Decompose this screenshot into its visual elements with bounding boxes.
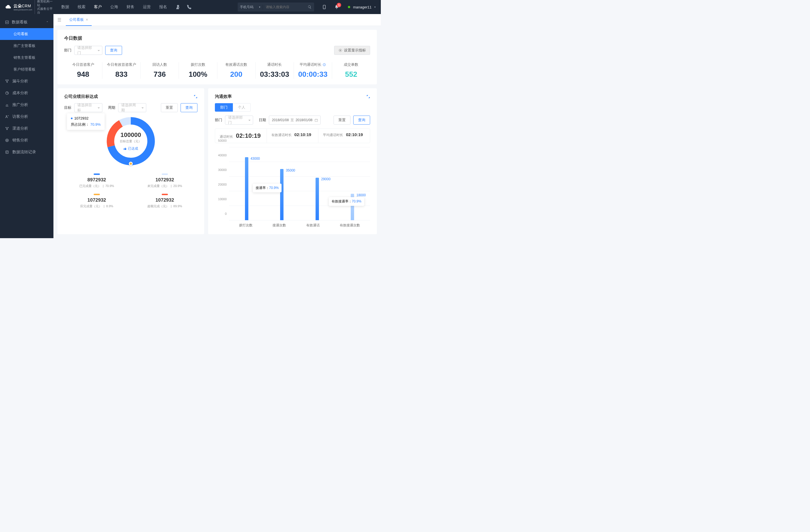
callout-effective-rate: 有效接通率：70.9% — [329, 197, 364, 206]
seg-personal[interactable]: 个人 — [233, 103, 250, 112]
nav-data[interactable]: 数据 — [61, 4, 69, 10]
tab-company-board[interactable]: 公司看板✕ — [66, 14, 92, 26]
bar: 43000 — [245, 157, 248, 220]
nav-signup[interactable]: 报名 — [159, 4, 167, 10]
tabs-menu-icon[interactable]: ☰ — [58, 17, 61, 22]
svg-point-5 — [6, 127, 6, 128]
phone-icon[interactable] — [187, 4, 192, 10]
eff-reset-button[interactable]: 重置 — [334, 116, 351, 124]
svg-point-11 — [340, 50, 341, 51]
nav-customers[interactable]: 客户 — [94, 4, 102, 10]
sidebar-sales[interactable]: 销售分析 — [0, 134, 53, 146]
sidebar-funnel[interactable]: 漏斗分析 — [0, 76, 53, 87]
sidebar: 数据看板 ⌃ 公司看板 推广主管看板 销售主管看板 客户经理看板 漏斗分析 成本… — [0, 14, 53, 238]
seg-dept[interactable]: 部门 — [215, 103, 233, 112]
today-card: 今日数据 部门 请选择部门 查询 设置显示指标 今日首咨客户948今日有效首咨客… — [58, 30, 377, 84]
sidebar-promo[interactable]: 推广分析 — [0, 99, 53, 111]
svg-rect-10 — [6, 151, 8, 153]
goal-card: 公司业绩目标达成 目标 请选择目标 周期 请选择周期 重置 查询 1072932 — [58, 88, 204, 234]
search-icon — [308, 5, 312, 9]
set-metrics-button[interactable]: 设置显示指标 — [334, 46, 370, 55]
stat-item: 拨打次数100% — [179, 62, 217, 79]
close-icon[interactable]: ✕ — [85, 18, 88, 22]
flow-icon — [5, 150, 9, 154]
content-area: ☰ 公司看板✕ 今日数据 部门 请选择部门 查询 设置显示指标 今日首咨客户94… — [53, 14, 381, 238]
add-user-icon[interactable] — [176, 4, 181, 10]
stat-item: 平均通话时长00:00:33 — [294, 62, 332, 79]
svg-point-9 — [6, 140, 8, 141]
sidebar-visitor[interactable]: 访客分析 — [0, 111, 53, 122]
dept-select[interactable]: 请选择部门 — [74, 46, 102, 55]
bell-icon[interactable]: 5 — [335, 4, 339, 10]
bar: 35000 — [280, 169, 284, 220]
status-dot — [348, 6, 350, 8]
sidebar-item-company[interactable]: 公司看板 — [0, 28, 53, 40]
svg-rect-16 — [315, 119, 318, 121]
sidebar-cost[interactable]: 成本分析 — [0, 87, 53, 99]
legend-item: 8972932已完成量（元） | 70.9% — [64, 173, 129, 188]
stat-item: 回访人数736 — [141, 62, 179, 79]
eff-dept-select[interactable]: 请选择部门 — [225, 116, 253, 124]
svg-point-8 — [6, 139, 9, 142]
sidebar-group-dashboard[interactable]: 数据看板 ⌃ — [0, 16, 53, 28]
visitor-icon — [5, 115, 9, 119]
sidebar-item-sales-lead[interactable]: 销售主管看板 — [0, 52, 53, 64]
legend-item: 1072932未完成量（元） | 20.9% — [132, 173, 197, 188]
efficiency-card: 沟通效率 部门 个人 部门 请选择部门 日期 2018/01/08至2018/0… — [208, 88, 377, 234]
goal-donut: 1072932 所占比例：70.9% 100000 — [64, 112, 197, 171]
cloud-icon — [5, 4, 11, 10]
search-button[interactable] — [305, 2, 314, 12]
bar: 29000 — [315, 178, 319, 220]
expand-icon[interactable] — [194, 95, 197, 98]
bar-chart: 01000020000300004000050000 4300035000290… — [215, 147, 370, 229]
sidebar-flow[interactable]: 数据流转记录 — [0, 146, 53, 158]
dashboard-icon — [5, 20, 9, 24]
query-button[interactable]: 查询 — [105, 46, 122, 55]
logo[interactable]: 云朵CRM www.yunduocrm.com 教育机构一站式服务云平台 — [5, 0, 53, 14]
nav-public[interactable]: 公海 — [110, 4, 118, 10]
svg-point-7 — [7, 129, 7, 130]
top-header: 云朵CRM www.yunduocrm.com 教育机构一站式服务云平台 数据 … — [0, 0, 381, 14]
donut-tooltip: 1072932 所占比例：70.9% — [67, 113, 104, 130]
search-type-select[interactable]: 手机号码▾ — [238, 5, 263, 10]
period-select[interactable]: 请选择周期 — [118, 103, 146, 112]
nav-leads[interactable]: 线索 — [78, 4, 85, 10]
summary-item: 平均通话时长02:10:19 — [318, 129, 370, 143]
nav-finance[interactable]: 财务 — [127, 4, 134, 10]
nav-operation[interactable]: 运营 — [143, 4, 151, 10]
expand-icon[interactable] — [367, 95, 370, 98]
gear-icon — [338, 48, 342, 52]
channel-icon — [5, 127, 9, 131]
sidebar-item-account-mgr[interactable]: 客户经理看板 — [0, 64, 53, 76]
legend-item: 1072932应完成量（元） | 8.9% — [64, 194, 129, 209]
calendar-icon — [314, 118, 318, 122]
eff-query-button[interactable]: 查询 — [353, 116, 370, 124]
svg-rect-0 — [323, 5, 325, 9]
funnel-icon — [5, 79, 9, 83]
stat-item: 通话时长03:33:03 — [256, 62, 294, 79]
target-select[interactable]: 请选择目标 — [74, 103, 102, 112]
main-nav: 数据 线索 客户 公海 财务 运营 报名 — [61, 4, 167, 10]
info-icon — [323, 63, 326, 66]
legend-item: 1072932超额完成（元） | 89.9% — [132, 194, 197, 209]
goal-query-button[interactable]: 查询 — [181, 103, 197, 112]
stat-item: 成交单数552 — [332, 62, 370, 79]
sidebar-item-promo-lead[interactable]: 推广主管看板 — [0, 40, 53, 52]
stat-item: 今日首咨客户948 — [64, 62, 102, 79]
chart-icon — [5, 103, 9, 107]
callout-connect-rate: 接通率：70.9% — [253, 184, 281, 192]
thumbs-up-icon — [124, 147, 127, 150]
sidebar-channel[interactable]: 渠道分析 — [0, 122, 53, 134]
chevron-up-icon: ⌃ — [46, 21, 48, 24]
date-range-input[interactable]: 2018/01/08至2018/01/08 — [269, 116, 321, 124]
reset-button[interactable]: 重置 — [161, 103, 178, 112]
segmented-control: 部门 个人 — [215, 103, 370, 112]
user-menu[interactable]: manager11▾ — [348, 5, 376, 9]
search-input[interactable] — [263, 5, 305, 9]
svg-point-6 — [7, 127, 8, 128]
stat-item: 有效通话次数200 — [217, 62, 256, 79]
svg-point-4 — [6, 116, 7, 117]
mobile-icon[interactable] — [322, 4, 326, 10]
page-tabs: ☰ 公司看板✕ — [53, 14, 381, 26]
today-title: 今日数据 — [64, 35, 370, 41]
